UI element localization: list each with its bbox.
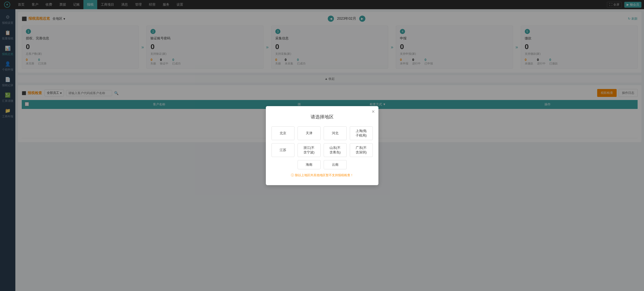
- warning-icon: ⓘ: [291, 173, 294, 177]
- warning-text: ⓘ 除以上地区外其他地区暂不支持报税检查！: [274, 173, 371, 177]
- region-hebei[interactable]: 河北: [324, 126, 347, 140]
- region-guangdong[interactable]: 广东(不含深圳): [350, 143, 373, 157]
- region-shanghai[interactable]: 上海(电子税局): [350, 126, 373, 140]
- region-yunnan[interactable]: 云南: [324, 160, 347, 169]
- region-row-1: 北京 天津 河北 上海(电子税局): [274, 126, 371, 140]
- modal-overlay[interactable]: ✕ 请选择地区 北京 天津 河北 上海(电子税局) 江苏 浙江(不含宁波) 山东…: [0, 0, 644, 291]
- region-jiangsu[interactable]: 江苏: [271, 143, 294, 157]
- modal-close-button[interactable]: ✕: [372, 109, 375, 114]
- region-beijing[interactable]: 北京: [271, 126, 294, 140]
- region-shandong[interactable]: 山东(不含青岛): [324, 143, 347, 157]
- region-row-2: 江苏 浙江(不含宁波) 山东(不含青岛) 广东(不含深圳): [274, 143, 371, 157]
- modal-title: 请选择地区: [274, 114, 371, 120]
- region-zhejiang[interactable]: 浙江(不含宁波): [298, 143, 321, 157]
- region-tianjin[interactable]: 天津: [298, 126, 321, 140]
- region-row-3: 海南 云南: [274, 160, 371, 169]
- region-hainan[interactable]: 海南: [298, 160, 321, 169]
- region-select-modal: ✕ 请选择地区 北京 天津 河北 上海(电子税局) 江苏 浙江(不含宁波) 山东…: [266, 106, 378, 185]
